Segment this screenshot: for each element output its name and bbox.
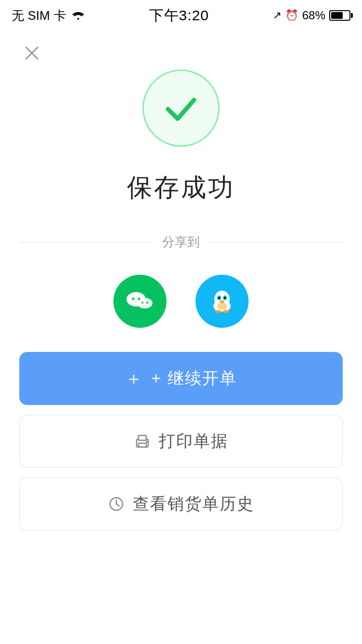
status-bar: 无 SIM 卡 下午3:20 ↗ ⏰ 68% (0, 0, 362, 31)
main-content: 保存成功 分享到 (0, 31, 362, 550)
share-label: 分享到 (162, 234, 200, 251)
action-buttons: ＋ + 继续开单 打印单据 查看销货单历史 (19, 352, 343, 531)
continue-button[interactable]: ＋ + 继续开单 (19, 352, 343, 405)
print-button[interactable]: 打印单据 (19, 415, 343, 468)
svg-point-16 (215, 310, 222, 313)
svg-point-13 (224, 297, 226, 299)
close-icon (23, 44, 41, 62)
sim-label: 无 SIM 卡 (12, 7, 66, 24)
status-right: ↗ ⏰ 68% (273, 9, 350, 22)
continue-label: + 继续开单 (151, 367, 237, 390)
checkmark-icon (159, 86, 203, 130)
qq-share-button[interactable] (195, 275, 249, 328)
location-icon: ↗ (273, 9, 281, 22)
wifi-icon (71, 8, 85, 23)
alarm-icon: ⏰ (285, 9, 298, 22)
status-time: 下午3:20 (149, 6, 209, 26)
svg-rect-19 (139, 435, 146, 440)
history-button[interactable]: 查看销货单历史 (19, 477, 343, 531)
battery-icon (329, 10, 350, 21)
qq-icon (207, 286, 237, 317)
divider-left (19, 242, 153, 242)
divider-right (209, 242, 343, 242)
svg-line-24 (116, 504, 119, 506)
close-button[interactable] (19, 41, 44, 66)
battery-percent: 68% (302, 9, 325, 22)
svg-point-6 (141, 302, 143, 304)
status-left: 无 SIM 卡 (12, 7, 85, 24)
share-section: 分享到 (19, 234, 343, 328)
svg-point-7 (146, 302, 148, 304)
svg-point-17 (223, 310, 229, 313)
wechat-share-button[interactable] (113, 275, 167, 328)
success-circle (142, 70, 220, 147)
printer-icon (134, 433, 151, 450)
svg-rect-20 (139, 443, 146, 447)
wechat-icon (124, 285, 156, 318)
svg-point-21 (146, 441, 148, 443)
history-label: 查看销货单历史 (133, 493, 254, 515)
svg-point-4 (132, 298, 135, 300)
success-title: 保存成功 (127, 171, 235, 205)
print-label: 打印单据 (159, 430, 228, 452)
success-section: 保存成功 (19, 41, 343, 205)
svg-point-12 (218, 297, 220, 299)
share-divider: 分享到 (19, 234, 343, 251)
history-icon (108, 495, 125, 513)
svg-point-5 (138, 298, 140, 300)
svg-point-15 (217, 303, 227, 309)
share-icons (19, 275, 343, 328)
plus-icon: ＋ (125, 367, 143, 391)
